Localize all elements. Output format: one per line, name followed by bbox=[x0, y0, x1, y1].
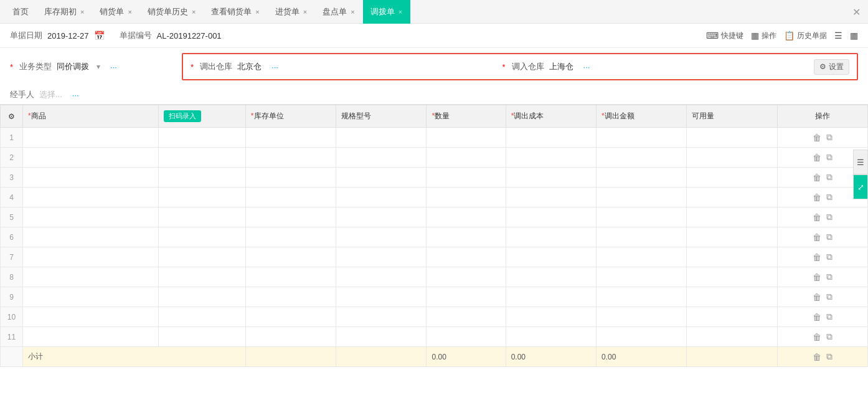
row-cost bbox=[506, 168, 596, 188]
calendar-icon[interactable]: 📅 bbox=[94, 31, 105, 40]
tab-transfer-order-label: 调拨单 bbox=[370, 6, 395, 17]
tab-transfer-order-close[interactable]: × bbox=[399, 8, 402, 16]
tab-transfer-order[interactable]: 调拨单 × bbox=[363, 0, 410, 24]
row-scan bbox=[158, 247, 245, 267]
tab-inventory-init-close[interactable]: × bbox=[80, 8, 84, 16]
row-scan bbox=[158, 128, 245, 148]
row-product[interactable] bbox=[23, 168, 159, 188]
copy-icon[interactable]: ⧉ bbox=[826, 272, 833, 282]
row-product[interactable] bbox=[23, 148, 159, 168]
row-product[interactable] bbox=[23, 267, 159, 287]
row-num: 3 bbox=[1, 168, 23, 188]
table-scroll-area[interactable]: ⚙ *商品 扫码录入 *库存单位 规格型号 *数量 *调出成本 *调出金额 可用… bbox=[0, 105, 868, 367]
tab-sales-history-close[interactable]: × bbox=[192, 8, 196, 16]
delete-icon[interactable]: 🗑 bbox=[813, 292, 821, 302]
grid-view-btn[interactable]: ▦ bbox=[850, 31, 858, 40]
tab-purchase-order-close[interactable]: × bbox=[303, 8, 307, 16]
delete-icon[interactable]: 🗑 bbox=[813, 312, 821, 322]
operations-btn[interactable]: ▦ 操作 bbox=[751, 31, 776, 41]
tab-inventory-check-close[interactable]: × bbox=[351, 8, 354, 16]
delete-icon[interactable]: 🗑 bbox=[813, 332, 821, 342]
copy-icon[interactable]: ⧉ bbox=[826, 132, 833, 143]
row-qty bbox=[427, 247, 506, 267]
row-amount bbox=[596, 207, 686, 227]
tab-inventory-check[interactable]: 盘点单 × bbox=[315, 0, 362, 24]
copy-icon[interactable]: ⧉ bbox=[826, 212, 833, 222]
row-avail bbox=[687, 287, 777, 307]
delete-icon[interactable]: 🗑 bbox=[813, 153, 821, 163]
copy-icon[interactable]: ⧉ bbox=[826, 312, 833, 322]
business-type-dropdown-icon[interactable]: ▾ bbox=[97, 62, 100, 71]
delete-icon[interactable]: 🗑 bbox=[813, 133, 821, 143]
business-type-value[interactable]: 同价调拨 bbox=[57, 61, 89, 72]
row-product[interactable] bbox=[23, 287, 159, 307]
row-amount bbox=[596, 188, 686, 207]
handler-select[interactable]: 选择... bbox=[39, 89, 62, 100]
business-type-more-btn[interactable]: ··· bbox=[110, 62, 117, 72]
row-product[interactable] bbox=[23, 128, 159, 148]
delete-icon[interactable]: 🗑 bbox=[813, 252, 821, 262]
row-product[interactable] bbox=[23, 307, 159, 327]
delete-icon[interactable]: 🗑 bbox=[813, 272, 821, 282]
copy-icon[interactable]: ⧉ bbox=[826, 172, 833, 183]
tab-view-sales-close[interactable]: × bbox=[255, 8, 259, 16]
tab-inventory-init[interactable]: 库存期初 × bbox=[37, 0, 92, 24]
copy-icon[interactable]: ⧉ bbox=[826, 331, 833, 342]
row-spec bbox=[336, 188, 427, 207]
history-btn[interactable]: 📋 历史单据 bbox=[784, 31, 827, 41]
row-num: 9 bbox=[1, 287, 23, 307]
copy-icon[interactable]: ⧉ bbox=[826, 252, 833, 262]
copy-icon[interactable]: ⧉ bbox=[826, 152, 833, 163]
row-spec bbox=[336, 128, 427, 148]
operations-icon: ▦ bbox=[751, 31, 759, 40]
out-warehouse-label: 调出仓库 bbox=[200, 61, 232, 72]
row-amount bbox=[596, 227, 686, 247]
row-op: 🗑 ⧉ bbox=[777, 247, 867, 267]
subtotal-delete-icon[interactable]: 🗑 bbox=[813, 352, 821, 362]
row-product[interactable] bbox=[23, 188, 159, 207]
out-warehouse-more-btn[interactable]: ··· bbox=[271, 62, 278, 72]
row-product[interactable] bbox=[23, 327, 159, 347]
table-header-row: ⚙ *商品 扫码录入 *库存单位 规格型号 *数量 *调出成本 *调出金额 可用… bbox=[1, 105, 868, 128]
copy-icon[interactable]: ⧉ bbox=[826, 292, 833, 302]
col-gear[interactable]: ⚙ bbox=[1, 105, 23, 128]
delete-icon[interactable]: 🗑 bbox=[813, 173, 821, 183]
doc-date-label: 单据日期 bbox=[10, 30, 42, 41]
row-product[interactable] bbox=[23, 207, 159, 227]
delete-icon[interactable]: 🗑 bbox=[813, 212, 821, 222]
row-cost bbox=[506, 307, 596, 327]
out-warehouse-value[interactable]: 北京仓 bbox=[237, 61, 262, 72]
row-cost bbox=[506, 247, 596, 267]
row-cost bbox=[506, 227, 596, 247]
in-warehouse-value[interactable]: 上海仓 bbox=[549, 61, 573, 72]
sidebar-expand-btn[interactable]: ⤢ bbox=[853, 174, 868, 199]
row-amount bbox=[596, 247, 686, 267]
row-product[interactable] bbox=[23, 247, 159, 267]
tab-view-sales[interactable]: 查看销货单 × bbox=[204, 0, 267, 24]
subtotal-copy-icon[interactable]: ⧉ bbox=[826, 351, 833, 362]
tab-purchase-order[interactable]: 进货单 × bbox=[268, 0, 315, 24]
row-num: 6 bbox=[1, 227, 23, 247]
subtotal-label-cell bbox=[1, 347, 23, 367]
tab-sales-history[interactable]: 销货单历史 × bbox=[140, 0, 204, 24]
scan-button[interactable]: 扫码录入 bbox=[164, 110, 201, 122]
delete-icon[interactable]: 🗑 bbox=[813, 193, 821, 202]
handler-more-btn[interactable]: ··· bbox=[72, 90, 79, 100]
in-warehouse-more-btn[interactable]: ··· bbox=[583, 62, 590, 72]
row-avail bbox=[687, 307, 777, 327]
tab-home[interactable]: 首页 bbox=[5, 0, 37, 24]
sidebar-list-btn[interactable]: ☰ bbox=[853, 150, 868, 174]
doc-date-field: 单据日期 2019-12-27 📅 bbox=[10, 30, 105, 41]
shortcuts-btn[interactable]: ⌨ 快捷键 bbox=[706, 31, 743, 41]
copy-icon[interactable]: ⧉ bbox=[826, 192, 833, 202]
tab-sales-order-close[interactable]: × bbox=[128, 8, 131, 16]
in-warehouse-label: 调入仓库 bbox=[512, 61, 544, 72]
delete-icon[interactable]: 🗑 bbox=[813, 232, 821, 242]
copy-icon[interactable]: ⧉ bbox=[826, 232, 833, 242]
settings-btn[interactable]: ⚙ 设置 bbox=[814, 59, 849, 75]
col-unit: *库存单位 bbox=[245, 105, 336, 128]
row-product[interactable] bbox=[23, 227, 159, 247]
tab-sales-order[interactable]: 销货单 × bbox=[92, 0, 139, 24]
tab-bar-close-btn[interactable]: ✕ bbox=[852, 6, 861, 17]
list-view-btn[interactable]: ☰ bbox=[834, 31, 842, 40]
